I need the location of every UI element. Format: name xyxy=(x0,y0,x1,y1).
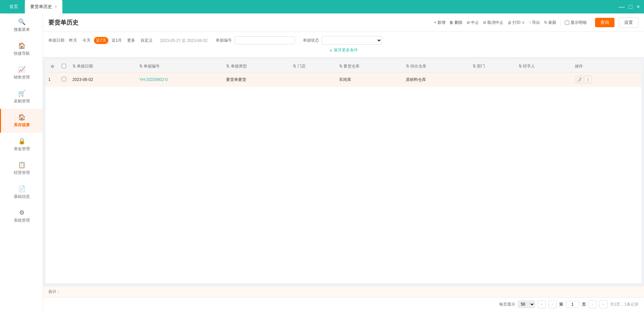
th-pending-warehouse[interactable]: ⇅ 待出仓库 xyxy=(403,60,470,73)
settings-btn[interactable]: 设置 xyxy=(619,17,639,28)
th-store[interactable]: ⇅ 门店 xyxy=(290,60,336,73)
page-label: 页 xyxy=(582,302,586,307)
table-header-row: ⚙ ⇅ 单据日期 ⇅ 单据编号 ⇅ 单据类型 xyxy=(46,60,641,73)
select-all-checkbox[interactable] xyxy=(62,64,66,68)
refresh-btn[interactable]: ↻ 刷新 xyxy=(544,20,556,26)
tab-home[interactable]: 首页 xyxy=(4,0,23,13)
cancel-suspend-btn[interactable]: ⊘ 取消中止 xyxy=(483,20,503,26)
pagination: 每页显示 50 20 100 « ‹ 第 页 › » 共1页，1条记录 xyxy=(43,297,644,311)
row-checkbox[interactable] xyxy=(62,77,66,81)
basic-info-icon: 📄 xyxy=(18,185,25,192)
show-detail-checkbox-label[interactable]: 显示明细 xyxy=(565,20,587,26)
sidebar-item-search-menu[interactable]: 🔍 搜索菜单 xyxy=(0,13,43,37)
sidebar: 🔍 搜索菜单 🏠 快捷导航 📈 销售管理 🛒 采购管理 🏠 库存核算 🔒 资金管… xyxy=(0,13,43,311)
content-area: 要货单历史 + 新增 🗑 删除 ⊘ 中止 ⊘ 取消中止 xyxy=(43,13,644,311)
date-label: 单据日期 xyxy=(48,38,64,43)
cancel-suspend-icon: ⊘ xyxy=(483,20,486,25)
sidebar-item-quick-nav[interactable]: 🏠 快捷导航 xyxy=(0,37,43,61)
th-doc-date[interactable]: ⇅ 单据日期 xyxy=(70,60,137,73)
cell-department xyxy=(470,73,516,87)
sidebar-item-finance[interactable]: 🔒 资金管理 xyxy=(0,133,43,157)
cell-handler xyxy=(516,73,572,87)
doc-number-input[interactable] xyxy=(234,36,295,44)
th-handler[interactable]: ⇅ 经手人 xyxy=(516,60,572,73)
th-doc-number[interactable]: ⇅ 单据编号 xyxy=(137,60,223,73)
sum-label: 合计： xyxy=(48,289,60,294)
th-checkbox xyxy=(59,60,70,73)
query-btn[interactable]: 查询 xyxy=(595,18,614,27)
page-total: 共1页，1条记录 xyxy=(610,302,639,307)
date-quick-btns: 昨天 今天 近7天 近1月 更多 自定义 xyxy=(67,37,155,44)
date-filter: 单据日期 昨天 今天 近7天 近1月 更多 自定义 2023-05-27 至 2… xyxy=(48,37,208,44)
doc-number-link[interactable]: YH-20230602-0 xyxy=(139,77,168,82)
edit-btn[interactable]: 📝 xyxy=(575,76,583,84)
status-filter: 单据状态 xyxy=(303,36,382,45)
th-doc-type[interactable]: ⇅ 单据类型 xyxy=(223,60,290,73)
maximize-btn[interactable]: □ xyxy=(629,3,633,10)
sidebar-item-purchase-mgmt[interactable]: 🛒 采购管理 xyxy=(0,85,43,109)
close-btn[interactable]: × xyxy=(636,3,640,10)
sidebar-item-system-mgmt[interactable]: ⚙ 系统管理 xyxy=(0,204,43,228)
date-btn-last1month[interactable]: 近1月 xyxy=(110,37,124,44)
window-controls: — □ × xyxy=(619,3,640,10)
cell-checkbox xyxy=(59,73,70,87)
settings-icon[interactable]: ⚙ xyxy=(51,64,54,69)
cell-doc-date: 2023-06-02 xyxy=(70,73,137,87)
sum-row: 合计： xyxy=(43,286,644,297)
suspend-icon: ⊘ xyxy=(467,20,470,25)
new-btn[interactable]: + 新增 xyxy=(434,20,445,26)
filter-area: 单据日期 昨天 今天 近7天 近1月 更多 自定义 2023-05-27 至 2… xyxy=(43,32,644,57)
th-req-warehouse[interactable]: ⇅ 要货仓库 xyxy=(336,60,403,73)
last-page-btn[interactable]: » xyxy=(599,300,607,308)
next-page-btn[interactable]: › xyxy=(589,300,597,308)
tab-close-icon[interactable]: × xyxy=(55,4,57,9)
cell-ops: 📝 ⋮ xyxy=(572,73,641,87)
minimize-btn[interactable]: — xyxy=(619,3,625,10)
data-table: ⚙ ⇅ 单据日期 ⇅ 单据编号 ⇅ 单据类型 xyxy=(46,60,641,87)
page-size-select[interactable]: 50 20 100 xyxy=(518,301,535,308)
prev-page-btn[interactable]: ‹ xyxy=(548,300,556,308)
show-detail-checkbox[interactable] xyxy=(565,20,569,25)
system-mgmt-icon: ⚙ xyxy=(19,209,24,216)
date-btn-last7[interactable]: 近7天 xyxy=(94,37,108,44)
date-btn-custom[interactable]: 自定义 xyxy=(139,37,155,44)
sidebar-item-operations[interactable]: 📋 经营管理 xyxy=(0,157,43,180)
purchase-icon: 🛒 xyxy=(18,90,25,97)
suspend-btn[interactable]: ⊘ 中止 xyxy=(467,20,479,26)
new-icon: + xyxy=(434,20,436,25)
status-label: 单据状态 xyxy=(303,38,319,43)
operations-icon: 📋 xyxy=(18,161,25,169)
top-bar: 首页 要货单历史 × — □ × xyxy=(0,0,644,13)
more-ops-btn[interactable]: ⋮ xyxy=(584,76,592,84)
export-btn[interactable]: ↑ 导出 xyxy=(529,20,540,26)
page-size-label: 每页显示 xyxy=(499,302,515,307)
tab-requisition-history[interactable]: 要货单历史 × xyxy=(25,0,62,13)
date-range-display: 2023-05-27 至 2023-06-02 xyxy=(160,38,207,44)
sidebar-item-sales-mgmt[interactable]: 📈 销售管理 xyxy=(0,61,43,85)
page-input[interactable] xyxy=(566,301,579,308)
expand-btn[interactable]: ∨ 展开更多条件 xyxy=(48,47,639,53)
th-ops: 操作 xyxy=(572,60,641,73)
doc-number-filter: 单据编号 xyxy=(216,36,295,44)
export-icon: ↑ xyxy=(529,20,531,25)
date-btn-today[interactable]: 今天 xyxy=(80,37,93,44)
sidebar-item-basic-info[interactable]: 📄 基础信息 xyxy=(0,180,43,204)
go-to-label: 第 xyxy=(559,302,563,307)
first-page-btn[interactable]: « xyxy=(538,300,546,308)
th-department[interactable]: ⇅ 部门 xyxy=(470,60,516,73)
search-menu-icon: 🔍 xyxy=(18,18,25,26)
print-icon: 🖨 xyxy=(507,20,512,25)
status-select[interactable] xyxy=(322,36,382,45)
cell-store xyxy=(290,73,336,87)
date-btn-yesterday[interactable]: 昨天 xyxy=(67,37,79,44)
sidebar-item-inventory[interactable]: 🏠 库存核算 xyxy=(0,109,43,133)
quick-nav-icon: 🏠 xyxy=(18,42,25,49)
chevron-down-icon: ∨ xyxy=(329,48,332,53)
delete-btn[interactable]: 🗑 删除 xyxy=(449,20,463,26)
refresh-icon: ↻ xyxy=(544,20,547,25)
date-btn-more[interactable]: 更多 xyxy=(125,37,137,44)
finance-icon: 🔒 xyxy=(18,137,25,145)
th-settings: ⚙ xyxy=(46,60,59,73)
print-btn[interactable]: 🖨 打印 ∨ xyxy=(507,20,525,26)
sales-icon: 📈 xyxy=(18,66,25,73)
